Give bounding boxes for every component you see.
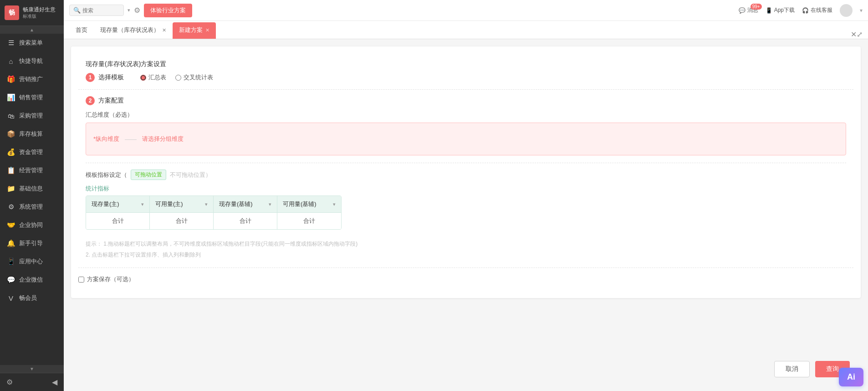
- guide-icon: 🔔: [6, 239, 15, 248]
- sidebar-item-marketing[interactable]: 🎁 营销推广: [0, 70, 64, 88]
- app-icon: 📱: [766, 7, 772, 14]
- col-header-3[interactable]: 可用量(基辅) ▾: [277, 196, 341, 212]
- gift-icon: 🎁: [6, 75, 15, 84]
- system-icon: ⚙: [6, 202, 15, 211]
- sidebar-footer: ⚙ ◀: [0, 373, 64, 391]
- section-plan-config: 2 方案配置 汇总维度（必选） *纵向维度 —— 请选择分组维度 模板指标设定（…: [86, 96, 846, 260]
- settings-panel: 现存量(库存状况表)方案设置 1 选择模板 汇总表 交叉统计表: [71, 46, 861, 298]
- sidebar-item-purchase[interactable]: 🛍 采购管理: [0, 107, 64, 125]
- home-icon: ⌂: [6, 57, 15, 66]
- cancel-button[interactable]: 取消: [774, 361, 810, 377]
- service-icon: 🎧: [802, 7, 809, 14]
- sidebar-item-inventory[interactable]: 📦 库存核算: [0, 125, 64, 143]
- tab-new-plan[interactable]: 新建方案 ✕: [173, 22, 216, 39]
- search-menu-icon: ☰: [6, 38, 15, 47]
- username[interactable]: ▾: [860, 7, 863, 14]
- col-header-2[interactable]: 现存量(基辅) ▾: [214, 196, 277, 212]
- sidebar-scroll-up[interactable]: ▲: [0, 26, 64, 34]
- sidebar: 畅 畅康通好生意 标准版 ▲ ☰ 搜索菜单 ⌂ 快捷导航 🎁 营销推广 📊 销售…: [0, 0, 64, 391]
- radio-summary-input[interactable]: [140, 75, 146, 81]
- trial-btn[interactable]: 体验行业方案: [144, 4, 192, 17]
- window-close-btn[interactable]: ✕: [851, 30, 857, 39]
- sidebar-item-management[interactable]: 📋 经营管理: [0, 161, 64, 180]
- radio-cross-input[interactable]: [175, 75, 181, 81]
- save-option[interactable]: 方案保存（可选）: [78, 275, 853, 283]
- save-checkbox[interactable]: [78, 277, 84, 283]
- hint-title: 提示： 1.拖动标题栏可以调整布局，不可跨维度或指标区域拖动栏目字段(只能在同一…: [86, 238, 846, 249]
- sidebar-item-search[interactable]: ☰ 搜索菜单: [0, 34, 64, 52]
- col-header-0[interactable]: 现存量(主) ▾: [86, 196, 150, 212]
- topbar-messages[interactable]: 💬 消息 99+: [739, 6, 758, 14]
- window-expand-btn[interactable]: ⤢: [857, 30, 863, 39]
- sidebar-scroll-down[interactable]: ▼: [0, 365, 64, 373]
- topbar-app-download[interactable]: 📱 App下载: [766, 6, 795, 14]
- divider-3: [78, 268, 853, 268]
- dim-label: 汇总维度（必选）: [86, 111, 846, 119]
- topbar-online-service[interactable]: 🎧 在线客服: [802, 6, 832, 14]
- panel-title: 现存量(库存状况表)方案设置: [78, 54, 853, 73]
- wechat-icon: 💬: [6, 275, 15, 284]
- stats-section-label: 统计指标: [86, 185, 846, 193]
- radio-cross[interactable]: 交叉统计表: [175, 73, 213, 82]
- cell-1: 合计: [150, 213, 214, 229]
- radio-summary[interactable]: 汇总表: [140, 73, 166, 82]
- col-dropdown-1[interactable]: ▾: [205, 201, 208, 207]
- sidebar-item-app-center[interactable]: 📱 应用中心: [0, 252, 64, 271]
- messages-badge: 99+: [751, 4, 762, 10]
- sidebar-item-sales[interactable]: 📊 销售管理: [0, 88, 64, 107]
- col-dropdown-0[interactable]: ▾: [141, 201, 144, 207]
- section2-title: 方案配置: [98, 97, 124, 105]
- sidebar-item-cooperation[interactable]: 🤝 企业协同: [0, 216, 64, 234]
- section2-num: 2: [86, 96, 95, 105]
- sidebar-item-member[interactable]: V 畅会员: [0, 289, 64, 307]
- topbar: 🔍 ▾ ⚙ 体验行业方案 💬 消息 99+ 📱 App下载 🎧 在线客服 ▾: [64, 0, 868, 21]
- ai-button[interactable]: Ai: [839, 368, 863, 386]
- user-avatar[interactable]: [840, 4, 853, 17]
- cell-3: 合计: [277, 213, 341, 229]
- topbar-settings-icon[interactable]: ⚙: [134, 6, 140, 15]
- cell-2: 合计: [214, 213, 277, 229]
- inventory-icon: 📦: [6, 129, 15, 139]
- tab-home[interactable]: 首页: [69, 22, 94, 39]
- purchase-icon: 🛍: [6, 111, 15, 120]
- stats-table: 现存量(主) ▾ 可用量(主) ▾ 现存量(基辅) ▾ 可用量(基辅): [86, 196, 342, 230]
- sidebar-item-wechat[interactable]: 💬 企业微信: [0, 271, 64, 289]
- col-dropdown-2[interactable]: ▾: [269, 201, 271, 207]
- col-header-1[interactable]: 可用量(主) ▾: [150, 196, 214, 212]
- topbar-search-input[interactable]: [82, 7, 119, 14]
- message-icon: 💬: [739, 7, 745, 14]
- tab-inventory-status[interactable]: 现存量（库存状况表） ✕: [94, 22, 173, 39]
- management-icon: 📋: [6, 166, 15, 175]
- tab-inventory-close-icon[interactable]: ✕: [162, 27, 166, 33]
- draggable-badge: 可拖动位置: [131, 170, 166, 180]
- dim-placeholder[interactable]: 请选择分组维度: [142, 135, 184, 143]
- topbar-search-icon: 🔍: [73, 7, 81, 14]
- divider-1: [78, 89, 853, 90]
- col-dropdown-3[interactable]: ▾: [333, 201, 336, 207]
- sidebar-item-guide[interactable]: 🔔 新手引导: [0, 234, 64, 252]
- member-icon: V: [6, 293, 15, 303]
- divider-2: [86, 163, 846, 163]
- basic-info-icon: 📁: [6, 184, 15, 193]
- footer-settings-icon[interactable]: ⚙: [6, 378, 13, 386]
- brand-text: 畅康通好生意 标准版: [23, 6, 56, 20]
- topbar-right: 💬 消息 99+ 📱 App下载 🎧 在线客服 ▾: [739, 4, 863, 17]
- content-area: 现存量(库存状况表)方案设置 1 选择模板 汇总表 交叉统计表: [64, 39, 868, 391]
- sidebar-logo: 畅 畅康通好生意 标准版: [0, 0, 64, 26]
- topbar-search-box: 🔍: [69, 5, 124, 16]
- sidebar-item-quicknav[interactable]: ⌂ 快捷导航: [0, 52, 64, 70]
- sidebar-item-finance[interactable]: 💰 资金管理: [0, 143, 64, 161]
- topbar-dropdown-arrow[interactable]: ▾: [128, 7, 130, 13]
- sidebar-item-basic-info[interactable]: 📁 基础信息: [0, 180, 64, 198]
- section1-num: 1: [86, 73, 95, 82]
- footer-collapse-icon[interactable]: ◀: [52, 378, 57, 386]
- sidebar-item-system[interactable]: ⚙ 系统管理: [0, 198, 64, 216]
- main-area: 🔍 ▾ ⚙ 体验行业方案 💬 消息 99+ 📱 App下载 🎧 在线客服 ▾: [64, 0, 868, 391]
- dimension-box: *纵向维度 —— 请选择分组维度: [86, 123, 846, 155]
- tabbar: 首页 现存量（库存状况表） ✕ 新建方案 ✕ ✕ ⤢: [64, 21, 868, 39]
- brand-icon: 畅: [5, 5, 19, 20]
- section-choose-template: 1 选择模板 汇总表 交叉统计表: [86, 73, 846, 82]
- dim-required-star: *纵向维度: [93, 135, 119, 143]
- section2-header: 2 方案配置: [86, 96, 846, 105]
- tab-new-plan-close-icon[interactable]: ✕: [205, 27, 209, 33]
